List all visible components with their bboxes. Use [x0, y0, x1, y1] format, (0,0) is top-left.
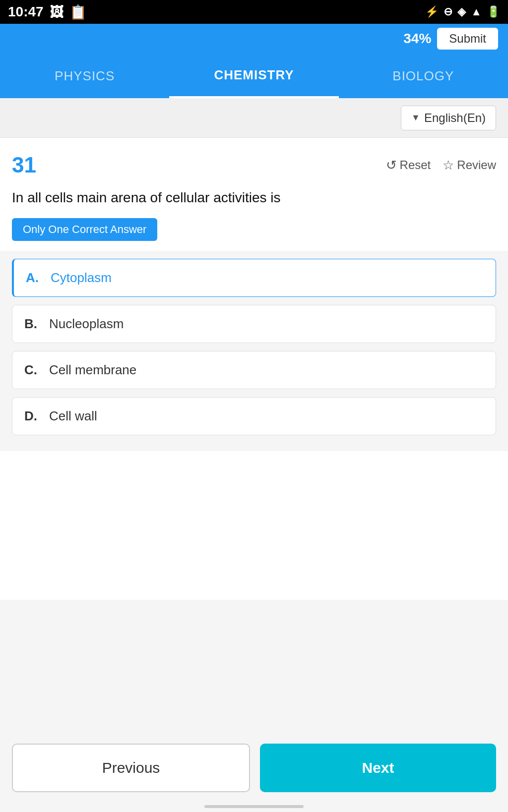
option-d-label: D.: [24, 408, 39, 424]
content-spacer: [0, 451, 508, 600]
battery-icon: 🔋: [487, 5, 500, 18]
reset-icon: ↺: [386, 158, 397, 173]
status-bar: 10:47 🖼 📋 ⚡ ⊖ ◈ ▲ 🔋: [0, 0, 508, 24]
option-a-text: Cytoplasm: [51, 270, 112, 286]
language-label: English(En): [424, 111, 486, 125]
sim-icon: 📋: [69, 4, 87, 20]
previous-button[interactable]: Previous: [12, 744, 250, 792]
question-text: In all cells main arena of cellular acti…: [12, 187, 496, 208]
option-a-label: A.: [26, 270, 41, 286]
status-bar-left: 10:47 🖼 📋: [8, 4, 87, 20]
star-icon: ☆: [443, 158, 454, 173]
options-container: A. Cytoplasm B. Nucleoplasm C. Cell memb…: [0, 251, 508, 451]
reset-button[interactable]: ↺ Reset: [386, 158, 431, 173]
wifi-icon: ▲: [471, 5, 482, 18]
bluetooth-icon: ⚡: [425, 5, 439, 18]
home-indicator: [204, 805, 304, 808]
option-b-label: B.: [24, 316, 39, 332]
option-c-label: C.: [24, 362, 39, 378]
option-d[interactable]: D. Cell wall: [12, 397, 496, 435]
tab-chemistry[interactable]: CHEMISTRY: [169, 54, 338, 98]
bottom-navigation: Previous Next: [0, 744, 508, 792]
signal-icon: ◈: [457, 5, 466, 18]
progress-percentage: 34%: [403, 31, 431, 47]
review-button[interactable]: ☆ Review: [443, 158, 496, 173]
image-icon: 🖼: [50, 4, 64, 20]
language-selector[interactable]: ▼ English(En): [401, 106, 496, 130]
option-c-text: Cell membrane: [49, 362, 136, 378]
option-d-text: Cell wall: [49, 408, 97, 424]
option-b-text: Nucleoplasm: [49, 316, 124, 332]
next-button[interactable]: Next: [260, 744, 496, 792]
status-bar-right: ⚡ ⊖ ◈ ▲ 🔋: [425, 5, 500, 18]
review-label: Review: [457, 158, 496, 172]
option-c[interactable]: C. Cell membrane: [12, 351, 496, 389]
question-header: 31 ↺ Reset ☆ Review: [12, 153, 496, 177]
submit-button[interactable]: Submit: [437, 28, 498, 50]
tab-navigation: PHYSICS CHEMISTRY BIOLOGY: [0, 54, 508, 98]
question-actions: ↺ Reset ☆ Review: [386, 158, 496, 173]
tab-biology[interactable]: BIOLOGY: [339, 54, 508, 98]
minus-icon: ⊖: [444, 5, 452, 18]
answer-type-badge: Only One Correct Answer: [12, 218, 157, 241]
time-display: 10:47: [8, 4, 44, 20]
question-area: 31 ↺ Reset ☆ Review In all cells main ar…: [0, 138, 508, 251]
reset-label: Reset: [400, 158, 431, 172]
chevron-down-icon: ▼: [411, 113, 420, 123]
progress-header: 34% Submit: [0, 24, 508, 54]
tab-physics[interactable]: PHYSICS: [0, 54, 169, 98]
option-b[interactable]: B. Nucleoplasm: [12, 305, 496, 343]
language-row: ▼ English(En): [0, 98, 508, 138]
question-number: 31: [12, 153, 36, 177]
option-a[interactable]: A. Cytoplasm: [12, 259, 496, 297]
